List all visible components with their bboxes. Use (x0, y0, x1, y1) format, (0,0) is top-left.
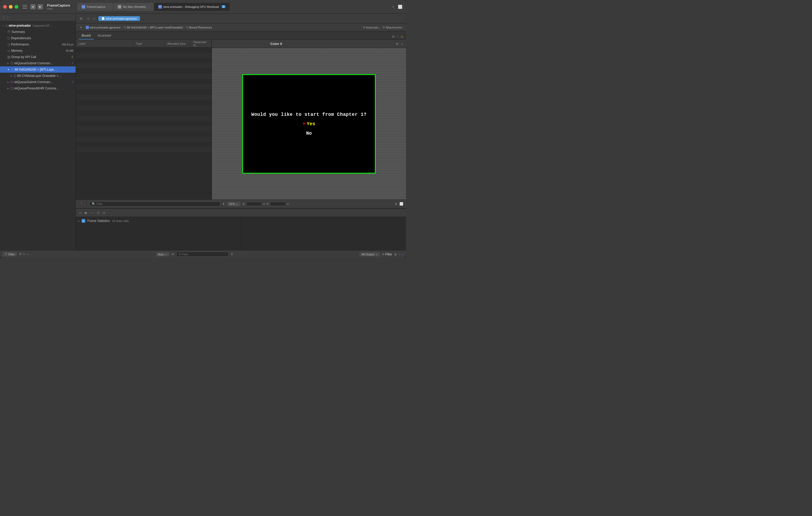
breadcrumb-close-btn[interactable]: ✕ (79, 25, 84, 30)
table-row[interactable] (76, 142, 212, 147)
snapshot-icon[interactable]: ⬜ (400, 202, 403, 206)
table-row[interactable] (76, 74, 212, 79)
tab-mymac[interactable]: M My Mac (Rosetta) › (114, 3, 153, 11)
status-trash-icon[interactable]: 🗑 (394, 253, 397, 256)
preview-settings-btn[interactable]: ⚙ (396, 42, 399, 46)
breadcrumb-drawable[interactable]: ⬡ 88 0x62e0b2d0 = [MTLLayer nextDrawable… (124, 26, 183, 29)
subtabs-nav-icon[interactable]: ↕ (397, 35, 399, 38)
table-row[interactable] (76, 58, 212, 63)
status-layout2-icon[interactable]: ▪ (402, 253, 403, 256)
status-filter-right-label: Filter (385, 252, 393, 256)
layout-toggle-button[interactable]: ⬜ (397, 4, 403, 9)
bottom-btn-play[interactable]: ▶ (85, 210, 88, 215)
table-row[interactable] (76, 136, 212, 142)
sidebar-item-summary[interactable]: ▶ ⏱ Summary (0, 29, 76, 35)
breadcrumb-file[interactable]: wine-preloader.gputrace (86, 26, 121, 29)
table-row[interactable] (76, 126, 212, 131)
table-row[interactable] (76, 53, 212, 58)
all-output-selector[interactable]: All Output ⌄ (359, 252, 380, 256)
sidebar-item-vkqueue1[interactable]: ▶ ⬡ vkQueueSubmit Comman… ↑ (0, 60, 76, 66)
crosshair-icon[interactable]: ⊕ (395, 202, 397, 206)
sidebar-item-group[interactable]: ▶ ▤ Group by API Call ⇕ (0, 54, 76, 60)
frame-icon-88: ⬡ (11, 68, 13, 71)
table-row[interactable] (76, 100, 212, 105)
tab-close-framecapture[interactable]: › (108, 5, 109, 8)
tab-close-mymac[interactable]: › (148, 5, 149, 8)
sidebar-item-performance[interactable]: ▶ ◷ Performance 650.63 µs (0, 41, 76, 48)
sidebar-item-memory[interactable]: ▶ ▭ Memory 90 MB (0, 48, 76, 54)
status-icon-lock[interactable]: ⊞ (19, 252, 22, 256)
tab-bar: FC FrameCapture › M My Mac (Rosetta) › F… (78, 3, 388, 11)
auto-selector[interactable]: Auto ⌄ (156, 252, 170, 256)
table-row[interactable] (76, 84, 212, 89)
tab-bound[interactable]: Bound (79, 32, 94, 39)
sidebar-item-dependencies[interactable]: ▶ ⬡ Dependencies (0, 35, 76, 41)
folder-icon-wine: □ (6, 24, 7, 27)
traffic-lights (3, 5, 18, 9)
add-tab-button[interactable]: ＋ (390, 4, 395, 10)
attachments-selector[interactable]: ⊙ Attachments › (382, 26, 403, 29)
breadcrumb-bound[interactable]: ⬡ Bound Resources (186, 26, 212, 29)
bottom-btn-clock[interactable]: ◷ (102, 210, 106, 215)
tab-accessed[interactable]: Accessed (94, 32, 114, 39)
file-tab[interactable]: 📄 wine-preloader.gputrace (98, 16, 140, 21)
tab-framecapture[interactable]: FC FrameCapture › (78, 3, 113, 11)
status-filter-left-btn[interactable]: ⊤ Filter (3, 252, 17, 256)
minimize-button[interactable] (9, 5, 12, 9)
sidebar-item-vkqueuepresent[interactable]: ▶ ⬡ vkQueuePresentKHR Comma… (0, 85, 76, 91)
sidebar-item-vkqueue2[interactable]: ▶ ⬡ vkQueueSubmit Comman… ↑ (0, 79, 76, 85)
sidebar-item-mtllayer88[interactable]: ▼ ⬡ 88 0x62e0b2d0 = [MTLLaye… (0, 66, 76, 73)
table-row[interactable] (76, 89, 212, 95)
table-row[interactable] (76, 63, 212, 68)
y-stepper[interactable]: ⇕ (287, 202, 289, 206)
table-row[interactable] (76, 79, 212, 84)
toolbar2-grid-icon[interactable]: ⊞ (79, 16, 84, 21)
table-row[interactable] (76, 147, 212, 152)
stop-button[interactable]: ■ (30, 4, 36, 9)
zoom-selector[interactable]: 91% ⌄ (227, 202, 240, 206)
filter-options-btn[interactable]: ⊤ ⌄ (79, 202, 87, 206)
filter-upload-icon[interactable]: ⬆ (222, 202, 225, 206)
group-dropdown-icon[interactable]: ⇕ (71, 55, 74, 59)
close-button[interactable] (3, 5, 7, 9)
bottom-btn-list[interactable]: ▭ (79, 210, 82, 215)
status-icons-left: ⊞ ⚠ ＋ (19, 252, 29, 256)
sidebar-toggle-icon[interactable] (23, 5, 27, 9)
bottom-btn-refresh[interactable]: ↺ (96, 210, 100, 215)
status-eye-icon[interactable]: 👁 (171, 253, 174, 256)
fullscreen-button[interactable] (14, 5, 18, 9)
bottom-btn-step[interactable]: ⋯ (90, 210, 94, 215)
tab-wine[interactable]: FC wine-preloader - Debugging GPU Worklo… (154, 3, 230, 11)
table-row[interactable] (76, 116, 212, 121)
table-row[interactable] (76, 110, 212, 116)
table-row[interactable] (76, 48, 212, 53)
table-row[interactable] (76, 121, 212, 126)
status-layout1-icon[interactable]: ▪ (399, 253, 400, 256)
status-upload-icon[interactable]: ⬆ (231, 252, 233, 256)
filter-input[interactable] (96, 202, 218, 206)
play-button[interactable]: ▶ (38, 4, 43, 9)
sidebar-nav-back[interactable]: ⟨ (2, 15, 5, 20)
x-stepper[interactable]: ⇕ (263, 202, 265, 206)
status-filter-input[interactable] (182, 253, 226, 256)
table-row[interactable] (76, 131, 212, 136)
toolbar2-back-btn[interactable]: ◁ (85, 16, 90, 21)
tab-icon-frame: FC (82, 5, 85, 9)
preview-expand-btn[interactable]: ⤢ (401, 42, 403, 46)
sidebar-item-cametallayer89[interactable]: ▶ ⬡ 89 CAMetalLayer Drawable =… (0, 73, 76, 79)
table-row[interactable] (76, 68, 212, 74)
frame-stats-expand-icon[interactable]: ▶ (78, 220, 80, 222)
status-icon-warning[interactable]: ⚠ (23, 252, 25, 256)
table-row[interactable] (76, 95, 212, 100)
subtabs-settings-icon[interactable]: ⚙ (392, 35, 395, 38)
automatic-selector[interactable]: ⊙ Automatic › (363, 26, 381, 29)
toolbar2-forward-btn[interactable]: ▷ (92, 16, 97, 21)
status-icon-add[interactable]: ＋ (26, 252, 29, 256)
y-input[interactable] (270, 202, 286, 206)
x-input[interactable] (246, 202, 262, 206)
th-size: Allocated Size (165, 40, 191, 47)
sidebar-nav-forward[interactable]: ⟩ (6, 15, 9, 20)
table-row[interactable] (76, 105, 212, 110)
frame-stats[interactable]: ▶ G Frame Statistics 16 draw calls (78, 219, 239, 223)
sidebar-item-wine-preloader[interactable]: ▼ □ wine-preloader Captured GP… (0, 23, 76, 29)
